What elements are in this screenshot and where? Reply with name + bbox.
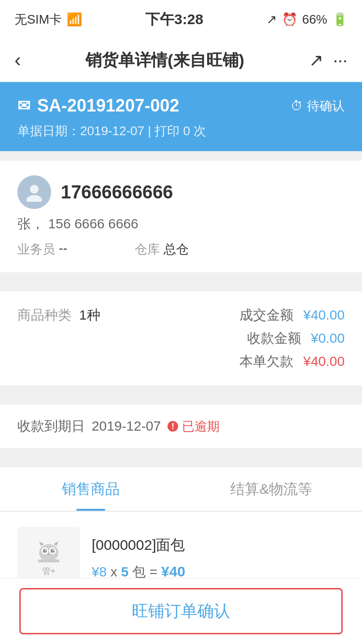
customer-phone: 17666666666 (61, 182, 173, 203)
transaction-amount-value: ¥40.00 (303, 308, 345, 323)
order-header-card: ✉ SA-20191207-002 ⏱ 待确认 单据日期：2019-12-07 … (0, 82, 362, 151)
due-amount-label: 本单欠款 (239, 352, 293, 371)
status-bar: 无SIM卡 📶 下午3:28 ↗ ⏰ 66% 🔋 (0, 0, 362, 39)
svg-point-1 (27, 195, 42, 202)
order-separator: | (148, 124, 151, 138)
tab-settlement-logistics[interactable]: 结算&物流等 (181, 467, 362, 511)
summary-left: 商品种类 1种 (17, 306, 100, 324)
product-types-value: 1种 (79, 306, 100, 324)
product-types-label: 商品种类 (17, 306, 71, 324)
product-info: [0000002]面包 ¥8 x 5 包 = ¥40 (92, 535, 345, 581)
location-icon: ↗ (266, 12, 277, 27)
order-id: ✉ SA-20191207-002 (17, 96, 179, 116)
order-meta: 单据日期：2019-12-07 | 打印 0 次 (17, 123, 345, 140)
battery-icon: 🔋 (332, 12, 348, 27)
carrier-label: 无SIM卡 (14, 11, 62, 28)
alarm-icon: ⏰ (282, 12, 297, 27)
order-date: 单据日期：2019-12-07 (17, 124, 144, 138)
customer-name: 张， 156 6666 6666 (17, 215, 345, 233)
page-title: 销货单详情(来自旺铺) (85, 49, 244, 71)
nav-actions: ↗ ··· (309, 50, 348, 70)
wifi-icon: 📶 (67, 12, 82, 27)
warehouse-label: 仓库 (135, 241, 160, 258)
print-count: 打印 0 次 (154, 124, 206, 138)
warehouse-value: 总仓 (164, 241, 189, 258)
status-clock-icon: ⏱ (291, 98, 303, 113)
transaction-amount-label: 成交金额 (239, 306, 293, 324)
product-total: ¥40 (161, 563, 185, 579)
svg-marker-3 (39, 541, 44, 546)
more-button[interactable]: ··· (333, 50, 348, 70)
status-right: ↗ ⏰ 66% 🔋 (266, 12, 348, 27)
product-name: [0000002]面包 (92, 535, 345, 555)
due-date-value: 2019-12-07 (92, 419, 161, 434)
divider-3 (0, 458, 362, 467)
customer-meta-row: 业务员 -- 仓库 总仓 (17, 241, 345, 258)
received-amount-label: 收款金额 (247, 329, 301, 348)
divider-2 (0, 395, 362, 405)
svg-point-9 (45, 550, 46, 551)
product-logo-text: 管+ (42, 565, 56, 577)
nav-bar: ‹ 销货单详情(来自旺铺) ↗ ··· (0, 39, 362, 82)
tab-sales-products[interactable]: 销售商品 (0, 467, 181, 511)
tab-underline (76, 509, 105, 511)
status-left: 无SIM卡 📶 (14, 11, 82, 28)
divider-1 (0, 282, 362, 292)
customer-section: 17666666666 张， 156 6666 6666 业务员 -- 仓库 总… (0, 161, 362, 272)
customer-avatar (17, 175, 51, 209)
sales-rep-value: -- (59, 241, 67, 258)
due-date-section: 收款到期日 2019-12-07 ! 已逾期 (0, 405, 362, 448)
confirm-order-button[interactable]: 旺铺订单确认 (19, 588, 343, 634)
svg-point-10 (53, 550, 54, 551)
order-id-text: SA-20191207-002 (37, 96, 179, 116)
received-amount-value: ¥0.00 (311, 331, 345, 346)
overdue-badge: ! 已逾期 (167, 418, 220, 435)
share-button[interactable]: ↗ (309, 50, 323, 70)
summary-section: 商品种类 1种 成交金额 ¥40.00 收款金额 ¥0.00 本单欠款 ¥40.… (0, 292, 362, 385)
bottom-bar: 旺铺订单确认 (0, 578, 362, 644)
svg-marker-4 (54, 541, 58, 546)
order-icon: ✉ (17, 97, 30, 115)
sales-rep-label: 业务员 (17, 241, 55, 258)
svg-rect-12 (38, 560, 59, 562)
overdue-text: 已逾期 (182, 418, 220, 435)
status-text: 待确认 (307, 98, 345, 114)
back-button[interactable]: ‹ (14, 49, 21, 71)
product-unit-price: ¥8 (92, 564, 107, 579)
overdue-icon: ! (167, 421, 178, 432)
due-amount-value: ¥40.00 (303, 354, 345, 369)
tabs-bar: 销售商品 结算&物流等 (0, 467, 362, 511)
time-display: 下午3:28 (145, 10, 203, 29)
svg-point-0 (30, 185, 39, 194)
due-date-label: 收款到期日 (17, 417, 85, 435)
summary-right: 成交金额 ¥40.00 收款金额 ¥0.00 本单欠款 ¥40.00 (239, 306, 345, 371)
order-status: ⏱ 待确认 (291, 98, 345, 114)
battery-label: 66% (302, 12, 327, 27)
product-qty-value: 5 (121, 564, 129, 579)
